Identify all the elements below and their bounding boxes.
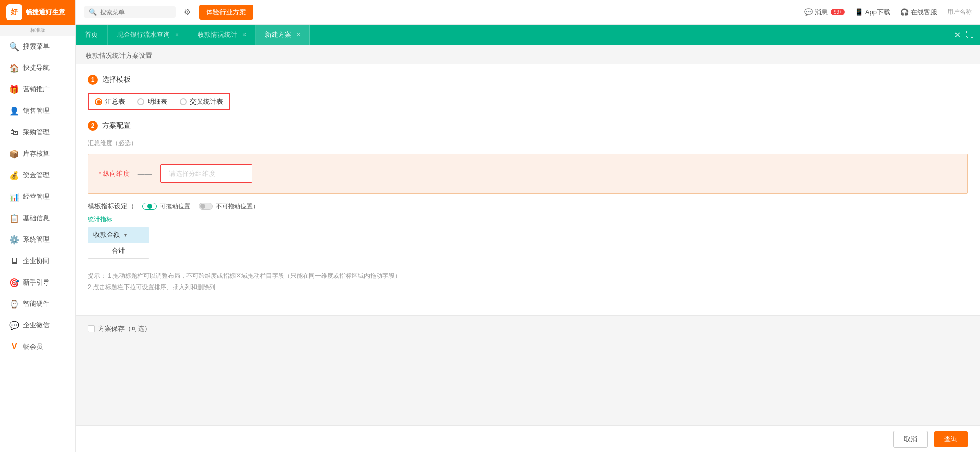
radio-summary[interactable]: [95, 98, 102, 105]
radio-cross[interactable]: [180, 98, 187, 105]
sidebar-item-search[interactable]: 🔍 搜索菜单: [0, 36, 75, 57]
metrics-table: 收款金额 ▾ 合计: [88, 227, 149, 259]
service-icon: 🎧: [900, 8, 909, 16]
tab-cashbank-close[interactable]: ×: [175, 31, 179, 38]
notification-label: 消息: [815, 8, 828, 17]
tab-cashbank[interactable]: 现金银行流水查询 ×: [108, 25, 188, 45]
dimension-title-label: 汇总维度（必选）: [88, 139, 968, 148]
person-icon: 👤: [10, 106, 19, 115]
sidebar: 好 畅捷通好生意 标准版 🔍 搜索菜单 🏠 快捷导航 🎁 营销推广 👤 销售管理…: [0, 0, 76, 452]
gear-icon: ⚙️: [10, 235, 19, 244]
chart-icon: 📊: [10, 192, 19, 201]
form-container: 1 选择模板 汇总表 明细表 交叉统计表: [76, 64, 980, 315]
radio-detail[interactable]: [137, 98, 144, 105]
tab-newplan-close[interactable]: ×: [297, 31, 300, 38]
trial-button[interactable]: 体验行业方案: [199, 5, 253, 20]
search-topbar-icon: 🔍: [89, 8, 97, 16]
online-service-button[interactable]: 🎧 在线客服: [900, 8, 937, 17]
legend-nondraggable: 不可拖动位置）: [199, 202, 259, 211]
metrics-body-cell: 合计: [88, 243, 149, 258]
bag-icon: 🛍: [10, 128, 19, 137]
sidebar-item-sysmgmt[interactable]: ⚙️ 系统管理: [0, 229, 75, 250]
metrics-body-text: 合计: [112, 247, 125, 254]
app-download-label: App下载: [865, 8, 890, 17]
sidebar-badge-label: 标准版: [0, 25, 75, 36]
nondraggable-icon: [199, 203, 213, 210]
app-download-button[interactable]: 📱 App下载: [855, 8, 890, 17]
draggable-icon: [142, 203, 157, 210]
metrics-legend: 模板指标设定（ 可拖动位置 不可拖动位置）: [88, 202, 968, 211]
sidebar-item-member[interactable]: V 畅会员: [0, 336, 75, 358]
monitor-icon: 🖥: [10, 256, 19, 266]
tabbar-close-all[interactable]: ✕: [954, 30, 961, 40]
sidebar-item-sales[interactable]: 👤 销售管理: [0, 100, 75, 122]
tabbar: 首页 现金银行流水查询 × 收款情况统计 × 新建方案 × ✕ ⛶: [76, 25, 980, 45]
tab-newplan[interactable]: 新建方案 ×: [256, 25, 310, 45]
tip1-text: 提示： 1.拖动标题栏可以调整布局，不可跨维度或指标区域拖动栏目字段（只能在同一…: [88, 271, 968, 282]
template-option-summary[interactable]: 汇总表: [95, 97, 125, 106]
template-cross-label: 交叉统计表: [190, 97, 223, 106]
sidebar-item-label-quicknav: 快捷导航: [23, 63, 50, 73]
tab-receiptstats-close[interactable]: ×: [242, 31, 246, 38]
box-icon: 📦: [10, 149, 19, 158]
chevron-down-icon[interactable]: ▾: [124, 232, 127, 238]
section2-title: 2 方案配置: [88, 121, 968, 131]
sidebar-item-quicknav[interactable]: 🏠 快捷导航: [0, 57, 75, 79]
metrics-section-label: 统计指标: [88, 215, 968, 224]
tab-home-label: 首页: [85, 30, 98, 39]
sidebar-item-newbie[interactable]: 🎯 新手引导: [0, 272, 75, 293]
sidebar-item-marketing[interactable]: 🎁 营销推广: [0, 79, 75, 100]
section-planconfig: 2 方案配置 汇总维度（必选） * 纵向维度 —— 请选择分组维度: [88, 121, 968, 297]
sidebar-item-finance[interactable]: 💰 资金管理: [0, 164, 75, 186]
sidebar-item-weixin[interactable]: 💬 企业微信: [0, 315, 75, 336]
section1-title: 1 选择模板: [88, 75, 968, 85]
save-checkbox[interactable]: [88, 325, 95, 332]
tab-newplan-label: 新建方案: [265, 30, 291, 39]
vertical-dim-label: * 纵向维度: [99, 169, 130, 178]
sidebar-item-operations[interactable]: 📊 经营管理: [0, 186, 75, 207]
sidebar-item-label-finance: 资金管理: [23, 171, 50, 180]
tab-home[interactable]: 首页: [76, 25, 108, 45]
sidebar-item-label-newbie: 新手引导: [23, 278, 50, 287]
sidebar-item-label-weixin: 企业微信: [23, 321, 50, 330]
sidebar-item-label-operations: 经营管理: [23, 192, 50, 201]
sidebar-item-inventory[interactable]: 📦 库存核算: [0, 143, 75, 164]
sidebar-item-enterprise[interactable]: 🖥 企业协同: [0, 250, 75, 272]
metrics-label: 模板指标设定（: [88, 202, 134, 211]
query-button[interactable]: 查询: [934, 431, 968, 447]
search-box[interactable]: 🔍: [84, 6, 176, 18]
breadcrumb-text: 收款情况统计方案设置: [86, 52, 152, 59]
sidebar-item-basicinfo[interactable]: 📋 基础信息: [0, 207, 75, 229]
search-input[interactable]: [100, 9, 166, 16]
topbar-right: 💬 消息 99+ 📱 App下载 🎧 在线客服 用户名称: [804, 8, 972, 17]
user-name: 用户名称: [947, 8, 972, 16]
money-icon: 💰: [10, 171, 19, 180]
template-option-detail[interactable]: 明细表: [137, 97, 167, 106]
logo-icon: 好: [6, 4, 22, 20]
cancel-button[interactable]: 取消: [893, 431, 928, 448]
tip2-text: 2.点击标题栏下拉可设置排序、插入列和删除列: [88, 282, 968, 293]
template-outline-box: 汇总表 明细表 交叉统计表: [88, 93, 230, 110]
page-content: 收款情况统计方案设置 1 选择模板 汇总表 明细表: [76, 45, 980, 425]
tab-cashbank-label: 现金银行流水查询: [117, 30, 170, 39]
notification-button[interactable]: 💬 消息 99+: [804, 8, 845, 17]
section-template: 1 选择模板 汇总表 明细表 交叉统计表: [88, 75, 968, 110]
sidebar-item-smarthw[interactable]: ⌚ 智能硬件: [0, 293, 75, 315]
gift-icon: 🎁: [10, 85, 19, 94]
home-icon: 🏠: [10, 63, 19, 73]
template-option-cross[interactable]: 交叉统计表: [180, 97, 223, 106]
step1-badge: 1: [88, 75, 98, 85]
metrics-header-cell[interactable]: 收款金额 ▾: [88, 227, 149, 243]
section2-label: 方案配置: [102, 121, 131, 130]
sidebar-item-purchase[interactable]: 🛍 采购管理: [0, 122, 75, 143]
online-service-label: 在线客服: [911, 8, 937, 17]
tabbar-expand[interactable]: ⛶: [966, 30, 974, 39]
list-icon: 📋: [10, 213, 19, 223]
template-summary-label: 汇总表: [105, 97, 125, 106]
dim-select-button[interactable]: 请选择分组维度: [160, 164, 252, 183]
settings-icon[interactable]: ⚙: [184, 7, 191, 17]
search-icon: 🔍: [10, 42, 19, 51]
save-checkbox-label[interactable]: 方案保存（可选）: [88, 324, 151, 334]
tab-receiptstats[interactable]: 收款情况统计 ×: [188, 25, 256, 45]
sidebar-item-label-enterprise: 企业协同: [23, 256, 50, 266]
